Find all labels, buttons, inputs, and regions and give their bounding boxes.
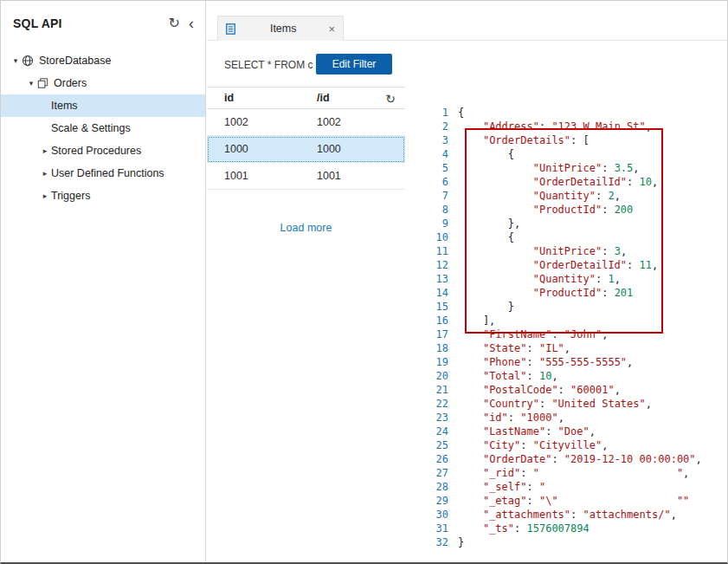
line-content[interactable]: "ProductId": 201	[458, 286, 633, 300]
line-content[interactable]: "_ts": 1576007894	[458, 522, 589, 535]
line-number: 23	[415, 411, 458, 425]
line-number: 30	[415, 508, 458, 522]
editor-line: 7 "Quantity": 2,	[415, 189, 727, 203]
line-content[interactable]: "UnitPrice": 3,	[458, 244, 627, 258]
line-content[interactable]: {	[458, 147, 514, 161]
line-number: 15	[415, 300, 458, 314]
line-number: 26	[415, 452, 458, 466]
sidebar-item-orders[interactable]: ▾Orders	[1, 72, 205, 94]
line-content[interactable]: "_etag": "\" ""	[458, 494, 689, 508]
line-number: 29	[415, 494, 458, 508]
line-content[interactable]: },	[458, 217, 520, 230]
close-tab-icon[interactable]: ×	[328, 23, 335, 35]
line-content[interactable]: }	[458, 300, 514, 314]
chevron-collapsed-icon[interactable]: ▸	[39, 146, 51, 155]
line-content[interactable]: "OrderDetailId": 10,	[458, 175, 658, 189]
editor-line: 25 "City": "Cityville",	[415, 438, 727, 452]
line-number: 10	[415, 230, 458, 244]
line-number: 4	[415, 147, 458, 161]
line-content[interactable]: "UnitPrice": 3.5,	[458, 161, 640, 175]
line-number: 18	[415, 341, 458, 355]
line-content[interactable]: {	[458, 230, 514, 244]
main-pane: Items × SELECT * FROM c Edit Filter id /…	[207, 1, 727, 562]
line-content[interactable]: "ProductId": 200	[458, 203, 633, 217]
line-number: 28	[415, 480, 458, 494]
line-content[interactable]: "_rid": " ",	[458, 466, 689, 480]
line-content[interactable]: "Phone": "555-555-5555",	[458, 355, 633, 369]
document-row[interactable]: 10011001	[207, 163, 405, 190]
load-more-wrap: Load more	[207, 219, 405, 235]
line-content[interactable]: {	[458, 106, 464, 120]
sidebar-item-scale-settings[interactable]: Scale & Settings	[1, 117, 205, 139]
tab-items[interactable]: Items ×	[217, 16, 344, 41]
editor-line: 4 {	[415, 147, 727, 161]
editor-line: 27 "_rid": " ",	[415, 466, 727, 480]
line-content[interactable]: "OrderDetails": [	[458, 133, 589, 147]
document-row[interactable]: 10021002	[207, 109, 405, 136]
load-more-link[interactable]: Load more	[280, 222, 332, 234]
chevron-expanded-icon[interactable]: ▾	[25, 79, 37, 88]
sidebar-header: SQL API ↻ ‹	[1, 1, 205, 42]
chevron-expanded-icon[interactable]: ▾	[10, 56, 22, 65]
editor-line: 18 "State": "IL",	[415, 341, 727, 355]
line-content[interactable]: "_self": "	[458, 480, 545, 494]
column-header-partition-key: /id	[317, 88, 330, 109]
line-number: 21	[415, 383, 458, 397]
line-content[interactable]: "id": "1000",	[458, 411, 564, 425]
editor-line: 15 }	[415, 300, 727, 314]
line-content[interactable]: "FirstName": "John",	[458, 327, 608, 341]
editor-line: 32}	[415, 535, 727, 549]
sidebar-item-triggers[interactable]: ▸Triggers	[1, 185, 205, 207]
line-number: 3	[415, 133, 458, 147]
chevron-collapsed-icon[interactable]: ▸	[39, 191, 51, 200]
sidebar-item-stored-procedures[interactable]: ▸Stored Procedures	[1, 139, 205, 162]
collapse-sidebar-icon[interactable]: ‹	[184, 14, 198, 33]
edit-filter-button[interactable]: Edit Filter	[316, 54, 392, 75]
editor-line: 30 "_attachments": "attachments/",	[415, 508, 727, 522]
line-number: 8	[415, 203, 458, 217]
line-number: 24	[415, 425, 458, 438]
editor-line: 21 "PostalCode": "60001",	[415, 383, 727, 397]
editor-line: 6 "OrderDetailId": 10,	[415, 175, 727, 189]
line-number: 31	[415, 522, 458, 535]
tree-item-label: Scale & Settings	[51, 122, 131, 134]
refresh-icon[interactable]: ↻	[164, 15, 184, 32]
line-content[interactable]: "Address": "123 W Main St",	[458, 120, 652, 133]
line-content[interactable]: }	[458, 535, 464, 549]
editor-line: 14 "ProductId": 201	[415, 286, 727, 300]
column-header-id: id	[224, 88, 234, 109]
line-content[interactable]: "_attachments": "attachments/",	[458, 508, 677, 522]
line-content[interactable]: "Quantity": 1,	[458, 272, 621, 286]
line-content[interactable]: "OrderDate": "2019-12-10 00:00:00",	[458, 452, 702, 466]
cell-partition-key: 1000	[317, 136, 341, 162]
tab-content: SELECT * FROM c Edit Filter id /id ↻ 100…	[207, 42, 727, 562]
tab-label: Items	[243, 23, 323, 35]
line-number: 19	[415, 355, 458, 369]
line-content[interactable]: "City": "Cityville",	[458, 438, 608, 452]
line-number: 9	[415, 217, 458, 230]
globe-icon	[22, 55, 34, 67]
chevron-collapsed-icon[interactable]: ▸	[39, 169, 51, 178]
line-content[interactable]: ],	[458, 314, 495, 327]
line-number: 11	[415, 244, 458, 258]
line-content[interactable]: "Country": "United States",	[458, 397, 652, 411]
document-row[interactable]: 10001000	[207, 136, 405, 163]
editor-line: 23 "id": "1000",	[415, 411, 727, 425]
line-content[interactable]: "OrderDetailId": 11,	[458, 258, 658, 272]
line-content[interactable]: "Total": 10,	[458, 369, 558, 383]
refresh-documents-icon[interactable]: ↻	[381, 91, 400, 107]
cell-partition-key: 1002	[317, 109, 341, 135]
sidebar-title: SQL API	[13, 16, 164, 30]
line-content[interactable]: "Quantity": 2,	[458, 189, 621, 203]
line-number: 12	[415, 258, 458, 272]
sidebar-item-storedatabase[interactable]: ▾StoreDatabase	[1, 49, 205, 72]
sidebar-item-user-defined-functions[interactable]: ▸User Defined Functions	[1, 162, 205, 185]
json-document-editor[interactable]: 1{2 "Address": "123 W Main St",3 "OrderD…	[415, 42, 727, 562]
sidebar-item-items[interactable]: Items	[1, 94, 205, 117]
editor-line: 17 "FirstName": "John",	[415, 327, 727, 341]
line-content[interactable]: "PostalCode": "60001",	[458, 383, 621, 397]
line-content[interactable]: "State": "IL",	[458, 341, 570, 355]
sidebar: SQL API ↻ ‹ ▾StoreDatabase▾OrdersItemsSc…	[1, 1, 206, 562]
cell-id: 1002	[224, 109, 248, 135]
line-content[interactable]: "LastName": "Doe",	[458, 425, 596, 438]
